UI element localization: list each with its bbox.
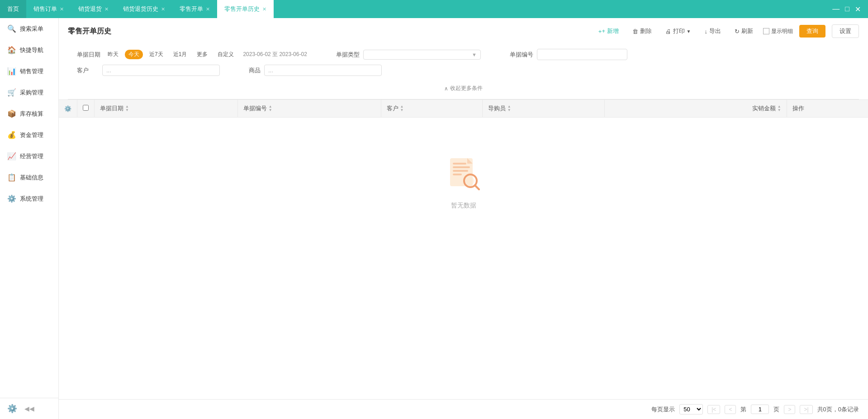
display-detail-button[interactable]: 显示明细 [763,28,793,35]
client-filter-label: 客户 [77,66,89,75]
select-all-checkbox[interactable] [83,105,89,111]
date-filter-item: 单据日期 昨天 今天 近7天 近1月 更多 自定义 2023-06-02 至 2… [77,50,307,59]
refresh-button[interactable]: ↻ 刷新 [731,25,757,37]
chevron-down-icon: ▼ [472,52,477,57]
tab-sales-return-history[interactable]: 销货退货历史 ✕ [116,0,172,18]
svg-rect-3 [453,170,468,172]
export-button[interactable]: ↓ 导出 [701,25,725,37]
more-btn[interactable]: 更多 [193,50,211,59]
sort-arrows-guide: ▲▼ [508,105,511,112]
sidebar-item-inventory[interactable]: 📦 库存核算 [0,103,58,124]
minimize-icon[interactable]: — [832,5,840,13]
number-filter-item: 单据编号 [510,49,627,60]
empty-text: 暂无数据 [451,202,476,210]
window-close-icon[interactable]: ✕ [855,5,861,14]
empty-illustration [441,154,486,194]
system-icon: ⚙️ [7,194,16,203]
type-filter-select[interactable]: ▼ [363,50,481,60]
collapse-button[interactable]: ∧ 收起更多条件 [440,83,487,94]
sidebar-item-sales[interactable]: 📊 销售管理 [0,61,58,82]
svg-point-7 [466,177,474,185]
th-spacer [605,100,644,118]
last-page-btn[interactable]: >| [800,405,812,414]
next-page-btn[interactable]: > [784,405,795,414]
product-filter-input[interactable]: ... [264,65,382,76]
purchase-icon: 🛒 [7,88,16,97]
th-client[interactable]: 客户 ▲▼ [381,100,482,118]
sidebar-item-search[interactable]: 🔍 搜索采单 [0,18,58,39]
last1month-btn[interactable]: 近1月 [170,50,191,59]
svg-rect-4 [453,174,462,175]
per-page-select[interactable]: 50 100 200 [679,404,703,414]
tab-sales-order[interactable]: 销售订单 ✕ [26,0,71,18]
tab-list: 首页 销售订单 ✕ 销货退货 ✕ 销货退货历史 ✕ 零售开单 ✕ 零售开单历史 … [0,0,832,18]
collapse-sidebar-icon[interactable]: ◀◀ [24,405,34,412]
prev-page-btn[interactable]: < [725,405,736,414]
sidebar-item-label: 基础信息 [20,174,43,182]
operations-icon: 📈 [7,152,16,160]
close-icon[interactable]: ✕ [161,6,165,12]
home-icon: 🏠 [7,46,16,54]
filter-row-1: 单据日期 昨天 今天 近7天 近1月 更多 自定义 2023-06-02 至 2… [77,49,850,60]
today-btn[interactable]: 今天 [125,50,143,59]
new-button[interactable]: + + 新增 [595,25,622,37]
th-date[interactable]: 单据日期 ▲▼ [95,100,238,118]
gear-icon[interactable]: ⚙️ [7,404,17,414]
content-area: 零售开单历史 + + 新增 🗑 删除 🖨 打印 ▼ [59,18,868,419]
number-filter-label: 单据编号 [510,51,533,59]
sort-arrows-client: ▲▼ [400,105,404,112]
print-button[interactable]: 🖨 打印 ▼ [662,25,695,37]
th-number[interactable]: 单据编号 ▲▼ [237,100,381,118]
sidebar-bottom: ⚙️ ◀◀ [0,398,58,419]
total-label: 共0页，0条记录 [817,405,859,414]
tab-retail-order-history[interactable]: 零售开单历史 ✕ [217,0,274,18]
export-icon: ↓ [705,28,708,35]
yesterday-btn[interactable]: 昨天 [104,50,122,59]
toolbar: + + 新增 🗑 删除 🖨 打印 ▼ ↓ 导出 [595,24,859,38]
tab-sales-return[interactable]: 销货退货 ✕ [71,0,116,18]
query-button[interactable]: 查询 [799,25,825,38]
settings-button[interactable]: 设置 [832,24,859,38]
sidebar-item-operations[interactable]: 📈 经营管理 [0,146,58,167]
client-filter-input[interactable]: ... [102,65,220,76]
sidebar-item-label: 销售管理 [20,67,43,75]
finance-icon: 💰 [7,131,16,139]
first-page-btn[interactable]: |< [707,405,720,414]
sidebar-item-finance[interactable]: 💰 资金管理 [0,124,58,146]
sort-arrows-number: ▲▼ [269,105,272,112]
tab-home[interactable]: 首页 [0,0,26,18]
sidebar-item-basic-info[interactable]: 📋 基础信息 [0,167,58,188]
print-dropdown-icon: ▼ [687,29,691,34]
sort-arrows-amount: ▲▼ [778,105,781,112]
sidebar-item-label: 经营管理 [20,152,43,160]
table-checkbox-th[interactable] [77,100,95,118]
sidebar-item-system[interactable]: ⚙️ 系统管理 [0,188,58,209]
number-filter-input[interactable] [537,49,627,60]
page-number-input[interactable] [751,405,769,414]
sales-icon: 📊 [7,67,16,75]
sidebar-item-label: 搜索采单 [20,25,43,33]
sidebar-item-nav[interactable]: 🏠 快捷导航 [0,39,58,61]
custom-btn[interactable]: 自定义 [214,50,237,59]
type-filter-label: 单据类型 [336,51,360,59]
sidebar-item-label: 系统管理 [20,195,43,203]
sidebar-item-purchase[interactable]: 🛒 采购管理 [0,82,58,103]
checkbox-icon [763,28,769,34]
top-bar: 首页 销售订单 ✕ 销货退货 ✕ 销货退货历史 ✕ 零售开单 ✕ 零售开单历史 … [0,0,868,18]
main-layout: 🔍 搜索采单 🏠 快捷导航 📊 销售管理 🛒 采购管理 📦 库存核算 💰 资金管… [0,18,868,419]
last7-btn[interactable]: 近7天 [146,50,167,59]
client-filter-item: 客户 ... [77,65,220,76]
delete-button[interactable]: 🗑 删除 [629,25,655,37]
tab-retail-order[interactable]: 零售开单 ✕ [172,0,217,18]
close-icon[interactable]: ✕ [206,6,210,12]
th-guide[interactable]: 导购员 ▲▼ [482,100,604,118]
table-settings-th[interactable]: ⚙️ [59,100,77,118]
close-icon[interactable]: ✕ [104,6,109,12]
close-icon[interactable]: ✕ [262,6,266,12]
plus-icon: + [598,28,602,35]
refresh-icon: ↻ [735,28,740,35]
table-settings-icon[interactable]: ⚙️ [64,105,71,112]
close-icon[interactable]: ✕ [60,6,64,12]
maximize-icon[interactable]: □ [845,5,849,13]
th-amount[interactable]: 实销金额 ▲▼ [644,100,787,118]
